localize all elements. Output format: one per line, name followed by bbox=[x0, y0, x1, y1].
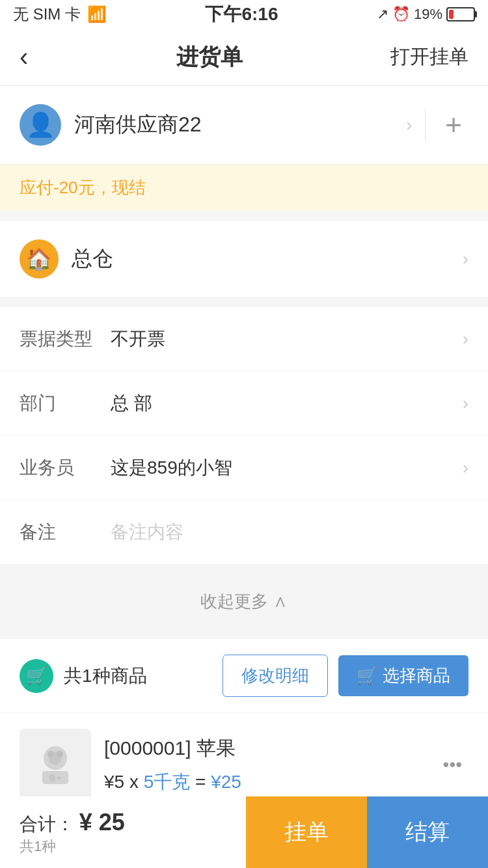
cart-icon: 🛒 bbox=[357, 666, 377, 686]
total-label: 合计： bbox=[20, 814, 74, 834]
remark-input[interactable]: 备注内容 bbox=[111, 520, 468, 545]
warehouse-icon-wrap: 🏠 bbox=[20, 239, 59, 278]
open-pending-button[interactable]: 打开挂单 bbox=[390, 44, 468, 70]
carrier-text: 无 SIM 卡 bbox=[13, 4, 81, 25]
supplier-avatar: 👤 bbox=[20, 104, 61, 146]
alarm-icon: ⏰ bbox=[392, 6, 410, 23]
department-value: 总 部 bbox=[111, 391, 463, 416]
remark-label: 备注 bbox=[20, 520, 111, 545]
battery-text: 19% bbox=[414, 6, 442, 23]
supplier-card: 👤 河南供应商22 › + 应付-20元，现结 bbox=[0, 86, 488, 211]
avatar-icon: 👤 bbox=[26, 111, 55, 139]
salesman-label: 业务员 bbox=[20, 455, 111, 480]
invoice-chevron-icon: › bbox=[463, 329, 468, 349]
add-button[interactable]: + bbox=[439, 109, 468, 141]
row-divider bbox=[425, 109, 426, 141]
main-content: 👤 河南供应商22 › + 应付-20元，现结 🏠 总仓 › 票据类型 不开票 … bbox=[0, 86, 488, 868]
total-count: 共1种 bbox=[20, 837, 226, 856]
product-code: [0000001] bbox=[104, 737, 197, 759]
collapse-button[interactable]: 收起更多 ∧ bbox=[0, 575, 488, 629]
total-label-row: 合计： ¥ 25 bbox=[20, 809, 226, 837]
status-time: 下午6:16 bbox=[205, 2, 278, 27]
wifi-icon: 📶 bbox=[87, 5, 107, 23]
supplier-notice: 应付-20元，现结 bbox=[0, 165, 488, 211]
invoice-label: 票据类型 bbox=[20, 327, 111, 351]
products-icon: 🛒 bbox=[26, 666, 47, 686]
status-left: 无 SIM 卡 📶 bbox=[13, 4, 107, 25]
products-count: 共1种商品 bbox=[64, 664, 223, 688]
total-price: ¥25 bbox=[211, 772, 241, 792]
hang-order-button[interactable]: 挂单 bbox=[246, 796, 367, 868]
nav-bar: ‹ 进货单 打开挂单 bbox=[0, 29, 488, 86]
products-icon-wrap: 🛒 bbox=[20, 659, 53, 693]
select-product-label: 选择商品 bbox=[383, 664, 450, 687]
warehouse-name: 总仓 bbox=[72, 245, 463, 273]
product-thumb-svg: 鲁+ bbox=[29, 739, 81, 791]
product-name: [0000001] 苹果 bbox=[104, 735, 437, 762]
checkout-button[interactable]: 结算 bbox=[367, 796, 488, 868]
invoice-value: 不开票 bbox=[111, 327, 463, 351]
warehouse-card: 🏠 总仓 › bbox=[0, 221, 488, 297]
page-title: 进货单 bbox=[176, 42, 243, 72]
svg-point-3 bbox=[57, 751, 63, 757]
products-header: 🛒 共1种商品 修改明细 🛒 选择商品 bbox=[0, 639, 488, 713]
supplier-name: 河南供应商22 bbox=[74, 111, 406, 139]
invoice-row[interactable]: 票据类型 不开票 › bbox=[0, 307, 488, 372]
product-price-row: ¥5 x 5千克 = ¥25 bbox=[104, 770, 437, 794]
warehouse-chevron-icon: › bbox=[463, 249, 468, 269]
quantity-value: 5千克 bbox=[144, 772, 191, 792]
location-icon: ↗ bbox=[377, 6, 388, 23]
department-chevron-icon: › bbox=[463, 393, 468, 414]
total-amount: ¥ 25 bbox=[79, 809, 125, 835]
department-label: 部门 bbox=[20, 391, 111, 416]
salesman-row[interactable]: 业务员 这是859的小智 › bbox=[0, 436, 488, 500]
bottom-bar: 合计： ¥ 25 共1种 挂单 结算 bbox=[0, 796, 488, 868]
product-info: [0000001] 苹果 ¥5 x 5千克 = ¥25 bbox=[104, 735, 437, 794]
total-section: 合计： ¥ 25 共1种 bbox=[0, 796, 246, 868]
battery-icon bbox=[446, 7, 475, 21]
department-row[interactable]: 部门 总 部 › bbox=[0, 372, 488, 436]
form-section: 票据类型 不开票 › 部门 总 部 › 业务员 这是859的小智 › 备注 备注… bbox=[0, 307, 488, 564]
products-section: 🛒 共1种商品 修改明细 🛒 选择商品 鲁+ bbox=[0, 639, 488, 816]
salesman-chevron-icon: › bbox=[463, 457, 468, 478]
supplier-chevron-icon: › bbox=[406, 115, 412, 135]
svg-point-2 bbox=[47, 751, 54, 757]
salesman-value: 这是859的小智 bbox=[111, 455, 463, 480]
edit-details-button[interactable]: 修改明细 bbox=[223, 655, 328, 697]
unit-price: ¥5 x bbox=[104, 772, 144, 792]
select-product-button[interactable]: 🛒 选择商品 bbox=[338, 655, 468, 696]
svg-text:鲁+: 鲁+ bbox=[49, 774, 61, 783]
status-bar: 无 SIM 卡 📶 下午6:16 ↗ ⏰ 19% bbox=[0, 0, 488, 29]
product-title: 苹果 bbox=[197, 737, 236, 759]
remark-row[interactable]: 备注 备注内容 bbox=[0, 500, 488, 564]
battery-fill bbox=[449, 10, 454, 19]
warehouse-icon: 🏠 bbox=[26, 247, 52, 271]
product-thumbnail: 鲁+ bbox=[20, 729, 91, 800]
back-button[interactable]: ‹ bbox=[20, 42, 28, 72]
warehouse-row[interactable]: 🏠 总仓 › bbox=[0, 221, 488, 297]
status-right: ↗ ⏰ 19% bbox=[377, 6, 475, 23]
product-more-button[interactable]: ••• bbox=[437, 748, 468, 781]
equals-sign: = bbox=[195, 772, 211, 792]
supplier-row[interactable]: 👤 河南供应商22 › + bbox=[0, 86, 488, 165]
